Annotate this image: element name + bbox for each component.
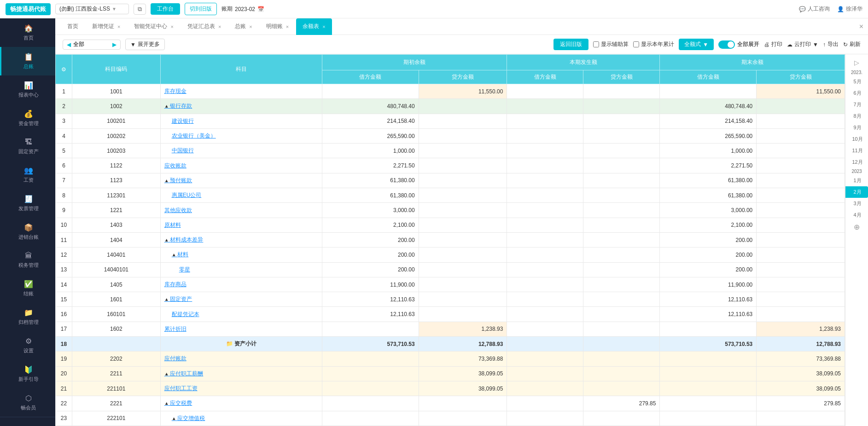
table-row[interactable]: 222221▲ 应交税费279.85279.85 xyxy=(56,396,845,411)
sidebar-item-report[interactable]: 📊 报表中心 xyxy=(0,75,55,104)
timeline-expand-btn[interactable]: ⊕ xyxy=(852,221,862,233)
sidebar-item-guide[interactable]: 🔰 新手引导 xyxy=(0,360,55,388)
copy-button[interactable]: ⧉ xyxy=(134,4,146,15)
print-action[interactable]: 🖨 打印 xyxy=(764,40,782,48)
export-action[interactable]: ↑ 导出 xyxy=(823,40,839,48)
refresh-action[interactable]: ↻ 刷新 xyxy=(843,40,861,48)
row-name[interactable]: 配提凭记本 xyxy=(160,307,322,322)
table-row[interactable]: 8112301惠属EU公司61,380.0061,380.00 xyxy=(56,188,845,203)
table-row[interactable]: 18📁 资产小计573,710.5312,788.93573,710.5312,… xyxy=(56,337,845,351)
tab-new-voucher[interactable]: 新增凭证 × xyxy=(86,18,127,35)
timeline-month-11[interactable]: 11月 xyxy=(845,145,868,156)
sidebar-item-archive[interactable]: 📁 归档管理 xyxy=(0,303,55,331)
sidebar-item-salary[interactable]: 👥 工资 xyxy=(0,161,55,189)
table-row[interactable]: 202211▲ 应付职工薪酬38,099.0538,099.05 xyxy=(56,366,845,381)
expand-toggle[interactable] xyxy=(718,40,735,49)
table-row[interactable]: 61122应收账款2,271.502,271.50 xyxy=(56,158,845,173)
row-name[interactable]: ▲ 应交增值税 xyxy=(160,411,322,426)
timeline-month-6[interactable]: 6月 xyxy=(845,87,868,99)
table-row[interactable]: 151601▲ 固定资产12,110.6312,110.63 xyxy=(56,292,845,307)
tab-voucher-summary-close[interactable]: × xyxy=(218,24,221,29)
settings-header[interactable]: ⚙ xyxy=(56,55,72,84)
display-format-button[interactable]: 全额式 ▼ xyxy=(679,39,714,50)
row-name[interactable]: ▲ 银行存款 xyxy=(160,99,322,114)
row-name[interactable]: ▲ 预付账款 xyxy=(160,173,322,188)
row-name[interactable]: 累计折旧 xyxy=(160,322,322,336)
tab-voucher-summary[interactable]: 凭证汇总表 × xyxy=(181,18,227,35)
sidebar-item-ledger[interactable]: 📋 总账 xyxy=(0,47,55,75)
sidebar-item-home[interactable]: 🏠 首页 xyxy=(0,18,55,47)
timeline-month-5[interactable]: 5月 xyxy=(845,76,868,87)
timeline-month-10[interactable]: 10月 xyxy=(845,133,868,145)
table-row[interactable]: 4100202农业银行（美金）265,590.00265,590.00 xyxy=(56,128,845,143)
timeline-month-7[interactable]: 7月 xyxy=(845,99,868,110)
table-row[interactable]: 101403原材料2,100.002,100.00 xyxy=(56,218,845,232)
row-name[interactable]: ▲ 应付职工薪酬 xyxy=(160,366,322,381)
table-row[interactable]: 16160101配提凭记本12,110.6312,110.63 xyxy=(56,307,845,322)
sidebar-item-purchase[interactable]: 📦 进销台账 xyxy=(0,218,55,246)
consult-btn[interactable]: 💬 人工咨询 xyxy=(799,5,830,13)
filter-input-wrap[interactable]: ◀ ▶ xyxy=(63,40,121,50)
row-name[interactable]: 零星 xyxy=(160,262,322,277)
tab-smart-center-close[interactable]: × xyxy=(170,24,173,29)
sidebar-item-settings[interactable]: ⚙ 设置 xyxy=(0,331,55,360)
table-row[interactable]: 21002▲ 银行存款480,748.40480,748.40 xyxy=(56,99,845,114)
timeline-month-8[interactable]: 8月 xyxy=(845,110,868,122)
expand-more-button[interactable]: ▼ 展开更多 xyxy=(125,39,165,50)
timeline-month-2[interactable]: 2月 xyxy=(845,186,868,198)
sidebar-item-checkout[interactable]: ✅ 结账 xyxy=(0,274,55,303)
table-row[interactable]: 171602累计折旧1,238.931,238.93 xyxy=(56,322,845,336)
table-row[interactable]: 21221101应付职工工资38,099.0538,099.05 xyxy=(56,381,845,396)
tab-home[interactable]: 首页 xyxy=(61,18,85,35)
sidebar-item-tax[interactable]: 🏛 税务管理 xyxy=(0,246,55,274)
row-name[interactable]: ▲ 材料 xyxy=(160,248,322,262)
workbench-button[interactable]: 工作台 xyxy=(151,3,180,15)
close-all-tabs-button[interactable]: × xyxy=(859,23,863,31)
timeline-month-3[interactable]: 3月 xyxy=(845,198,868,209)
user-profile[interactable]: 👤 徐泽华 xyxy=(837,5,862,13)
cloud-print-action[interactable]: ☁ 云打印 ▼ xyxy=(787,40,818,48)
table-row[interactable]: 71123▲ 预付账款61,380.0061,380.00 xyxy=(56,173,845,188)
table-row[interactable]: 141405库存商品11,900.0011,900.00 xyxy=(56,277,845,292)
table-row[interactable]: 91221其他应收款3,000.003,000.00 xyxy=(56,203,845,218)
row-name[interactable]: 原材料 xyxy=(160,218,322,232)
tab-balance-close[interactable]: × xyxy=(322,24,325,29)
row-name[interactable]: 惠属EU公司 xyxy=(160,188,322,203)
row-name[interactable]: 建设银行 xyxy=(160,114,322,128)
show-aux-input[interactable] xyxy=(593,41,599,47)
tab-smart-center[interactable]: 智能凭证中心 × xyxy=(128,18,180,35)
table-row[interactable]: 1314040101零星200.00200.00 xyxy=(56,262,845,277)
table-row[interactable]: 11001库存现金11,550.0011,550.00 xyxy=(56,84,845,99)
unpin-button[interactable]: ◁ 取消固定 xyxy=(0,422,55,426)
table-row[interactable]: 192202应付账款73,369.8873,369.88 xyxy=(56,351,845,366)
row-name[interactable]: ▲ 材料成本差异 xyxy=(160,232,322,247)
sidebar-item-invoice[interactable]: 🧾 发票管理 xyxy=(0,189,55,218)
filter-input[interactable] xyxy=(73,41,110,48)
sidebar-item-member[interactable]: ⬡ 畅会员 xyxy=(0,388,55,417)
timeline-month-4[interactable]: 4月 xyxy=(845,209,868,221)
tab-detail[interactable]: 明细账 × xyxy=(260,18,295,35)
tab-detail-close[interactable]: × xyxy=(286,24,289,29)
row-name[interactable]: 库存商品 xyxy=(160,277,322,292)
company-selector[interactable]: (勿删) 江西股金-LSS ▼ xyxy=(55,4,129,14)
show-ytd-input[interactable] xyxy=(633,41,639,47)
tab-ledger[interactable]: 总账 × xyxy=(228,18,258,35)
back-to-old-button[interactable]: 返回旧版 xyxy=(553,39,588,50)
row-name[interactable]: 应付职工工资 xyxy=(160,381,322,396)
row-name[interactable]: 其他应收款 xyxy=(160,203,322,218)
table-row[interactable]: 12140401▲ 材料200.00200.00 xyxy=(56,248,845,262)
timeline-month-1[interactable]: 1月 xyxy=(845,175,868,186)
row-name[interactable]: 应收账款 xyxy=(160,158,322,173)
timeline-month-9[interactable]: 9月 xyxy=(845,122,868,133)
row-name[interactable]: 中国银行 xyxy=(160,144,322,158)
timeline-month-12[interactable]: 12月 xyxy=(845,156,868,168)
show-aux-checkbox[interactable]: 显示辅助算 xyxy=(593,40,629,48)
row-name[interactable]: 应付账款 xyxy=(160,351,322,366)
row-name[interactable]: ▲ 应交税费 xyxy=(160,396,322,411)
timeline-collapse-btn[interactable]: ▷ xyxy=(852,56,861,69)
show-ytd-checkbox[interactable]: 显示本年累计 xyxy=(633,40,674,48)
table-row[interactable]: 23222101▲ 应交增值税 xyxy=(56,411,845,426)
sidebar-item-fixed[interactable]: 🏗 固定资产 xyxy=(0,132,55,161)
sidebar-item-capital[interactable]: 💰 资金管理 xyxy=(0,104,55,132)
table-row[interactable]: 3100201建设银行214,158.40214,158.40 xyxy=(56,114,845,128)
